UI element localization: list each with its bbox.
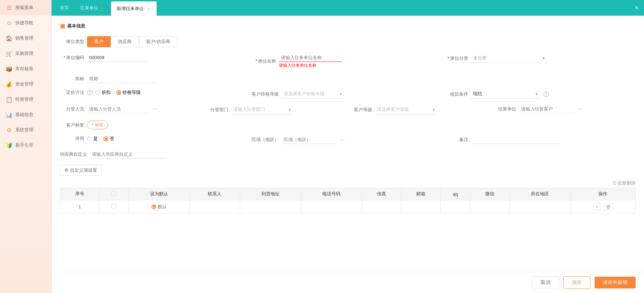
- add-tag-button[interactable]: + 标签: [87, 121, 108, 129]
- row-actions: + 🗑: [574, 203, 632, 210]
- col-email: 邮箱: [401, 188, 441, 200]
- tab-home[interactable]: 首页: [54, 0, 74, 16]
- manager-label: 分管人员: [60, 106, 84, 112]
- unit-type-customer[interactable]: 客户: [87, 36, 111, 47]
- manager-input[interactable]: [87, 105, 150, 113]
- abbreviation-row: 简称: [60, 75, 636, 83]
- unit-code-input[interactable]: [87, 54, 150, 62]
- region-input[interactable]: [282, 136, 337, 144]
- pricing-radio-level[interactable]: 价格等级: [116, 89, 141, 96]
- customer-level-chevron: ▼: [432, 108, 435, 112]
- save-button[interactable]: 保存: [563, 276, 590, 289]
- add-row-button[interactable]: +: [593, 203, 601, 210]
- custom-settings-button[interactable]: ⚙ 自定义项设置: [60, 165, 102, 176]
- customer-tag-field: 客户标签 + 标签: [60, 121, 636, 129]
- sales-icon: 🏠: [6, 35, 13, 42]
- payment-terms-select[interactable]: 现结 ▼: [471, 89, 541, 99]
- tab-partners[interactable]: 往来单位 ×: [74, 0, 111, 16]
- region-label: 区域（地区）: [252, 137, 279, 143]
- sidebar-label-operations: 经营管理: [15, 96, 33, 103]
- sidebar-label-sales: 销售管理: [15, 35, 33, 41]
- main-area: 首页 往来单位 × 新增往来单位 × × ▣ 基本信息 单位类型 客户 供应商 …: [52, 0, 644, 293]
- code-name-cat-row: 单位编码 单位名称 请输入往来单位名称 单位分类 未分类 ▼: [60, 54, 636, 68]
- disabled-radio-yes[interactable]: 是: [87, 136, 98, 142]
- remark-label: 备注: [444, 137, 468, 143]
- delete-row-button[interactable]: 🗑: [604, 203, 613, 210]
- settlement-more-icon[interactable]: ···: [578, 106, 582, 112]
- cell-phone: [301, 200, 362, 213]
- department-label: 分管部门: [204, 107, 228, 113]
- batch-delete-button[interactable]: ⊡ 批量删除: [60, 180, 636, 186]
- unit-name-error: 请输入往来单位名称: [279, 63, 341, 68]
- pricing-method-field: 定价方法 ? 折扣 价格等级: [60, 89, 252, 96]
- cell-actions: + 🗑: [571, 200, 635, 213]
- window-close-button[interactable]: ×: [632, 3, 641, 13]
- table-row: 1 默认: [60, 200, 636, 213]
- save-new-button[interactable]: 保存并新增: [595, 277, 636, 288]
- unit-code-field: 单位编码: [60, 54, 252, 62]
- row-checkbox[interactable]: [111, 204, 116, 209]
- cell-contact: [190, 200, 240, 213]
- unit-type-both[interactable]: 客户/供应商: [139, 36, 178, 47]
- sidebar-item-basic[interactable]: 📊 基础信息: [0, 107, 51, 122]
- footer-bar: 取消 保存 保存并新增: [52, 272, 644, 293]
- tab-new-partner[interactable]: 新增往来单位 ×: [111, 1, 157, 16]
- sidebar-label-newbie: 新手引导: [15, 142, 33, 148]
- cell-region: [510, 200, 571, 213]
- customer-price-level-select[interactable]: 请选择客户价格等级 ▼: [282, 89, 344, 99]
- sidebar-item-search[interactable]: ☰ 搜索菜单: [0, 0, 51, 15]
- supplier-custom-input[interactable]: [90, 150, 166, 158]
- section-title: ▣ 基本信息: [60, 23, 636, 29]
- disabled-radio-no[interactable]: 否: [103, 136, 114, 142]
- customer-level-select[interactable]: 请选择客户等级 ▼: [375, 105, 438, 114]
- sidebar-item-quicknav[interactable]: ⊙ 快捷导航: [0, 15, 51, 31]
- select-all-checkbox[interactable]: [111, 191, 116, 196]
- default-radio[interactable]: 默认: [132, 204, 186, 210]
- cell-email: [401, 200, 441, 213]
- supplier-custom-field: 供应商自定义: [60, 150, 636, 158]
- abbreviation-input[interactable]: [87, 75, 157, 83]
- remark-input[interactable]: [471, 136, 561, 144]
- unit-name-field: 单位名称 请输入往来单位名称: [252, 54, 443, 68]
- col-qq: qq: [441, 188, 470, 200]
- sidebar-item-operations[interactable]: 📋 经营管理: [0, 92, 51, 107]
- disabled-field: 停用 是 否: [60, 136, 252, 142]
- col-wechat: 微信: [470, 188, 510, 200]
- sidebar-item-purchase[interactable]: 🛒 采购管理: [0, 46, 51, 61]
- pricing-radio-discount[interactable]: 折扣: [95, 89, 111, 96]
- sidebar-item-finance[interactable]: 💰 资金管理: [0, 76, 51, 92]
- settlement-unit-input[interactable]: [519, 105, 575, 113]
- region-more-icon[interactable]: ···: [340, 137, 345, 143]
- cancel-button[interactable]: 取消: [532, 276, 559, 289]
- sidebar-item-inventory[interactable]: 📦 库存核算: [0, 61, 51, 76]
- unit-category-label: 单位分类: [444, 55, 468, 62]
- sidebar-label-system: 系统管理: [15, 127, 33, 133]
- department-select[interactable]: 请输入分管部门 ▼: [231, 105, 294, 114]
- sidebar-item-system[interactable]: ⚙ 系统管理: [0, 122, 51, 138]
- sidebar-item-sales[interactable]: 🏠 销售管理: [0, 31, 51, 46]
- unit-category-select[interactable]: 未分类 ▼: [471, 54, 548, 63]
- tab-partners-close[interactable]: ×: [100, 5, 105, 11]
- department-field: 分管部门 请输入分管部门 ▼: [204, 105, 348, 114]
- unit-code-label: 单位编码: [60, 55, 84, 61]
- customer-level-label: 客户等级: [348, 107, 372, 113]
- pricing-help-icon[interactable]: ?: [87, 90, 93, 95]
- manager-field: 分管人员 ···: [60, 105, 204, 113]
- manager-more-icon[interactable]: ···: [152, 106, 157, 112]
- unit-type-supplier[interactable]: 供应商: [111, 36, 139, 47]
- col-contact: 联系人: [190, 188, 240, 200]
- sidebar-label-purchase: 采购管理: [15, 50, 33, 57]
- cell-address: [240, 200, 301, 213]
- unit-name-input[interactable]: [279, 54, 341, 62]
- tab-new-partner-close[interactable]: ×: [146, 6, 151, 12]
- tab-bar: 首页 往来单位 × 新增往来单位 × ×: [52, 0, 644, 16]
- sidebar-item-newbie[interactable]: 🔰 新手引导: [0, 138, 51, 153]
- unit-category-field: 单位分类 未分类 ▼: [444, 54, 636, 63]
- disabled-region-row: 停用 是 否 区域（地区） ··· 备注: [60, 136, 636, 144]
- payment-help-icon[interactable]: ?: [543, 91, 549, 97]
- unit-name-wrap: 请输入往来单位名称: [279, 54, 341, 68]
- disabled-label: 停用: [60, 136, 84, 142]
- col-fax: 传真: [362, 188, 401, 200]
- unit-category-chevron: ▼: [542, 56, 545, 60]
- sidebar-label-finance: 资金管理: [15, 81, 33, 87]
